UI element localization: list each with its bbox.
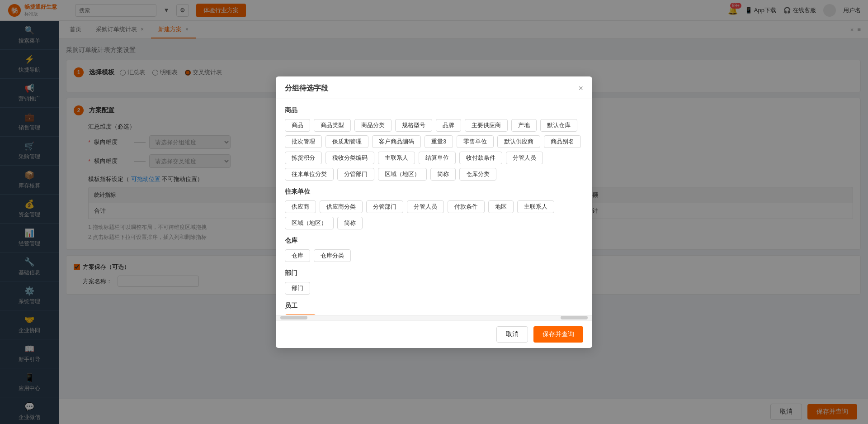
field-tag-goods-22[interactable]: 分管部门: [337, 168, 374, 181]
modal-header: 分组待选字段 ×: [276, 76, 592, 99]
field-tag-goods-21[interactable]: 往来单位分类: [285, 168, 334, 181]
field-tags-partner: 供应商 供应商分类 分管部门 分管人员 付款条件 地区 主联系人 区域（地区） …: [285, 200, 583, 229]
field-section-dept: 部门 部门: [285, 269, 583, 295]
modal-hscroll[interactable]: [276, 315, 592, 320]
field-tag-goods-5[interactable]: 主要供应商: [465, 119, 508, 132]
field-tag-partner-6[interactable]: 主联系人: [517, 200, 554, 213]
field-section-goods-title: 商品: [285, 106, 583, 114]
field-tag-goods-9[interactable]: 保质期管理: [326, 135, 368, 148]
field-tag-goods-24[interactable]: 简称: [430, 168, 456, 181]
field-tag-partner-7[interactable]: 区域（地区）: [285, 217, 334, 229]
field-section-partner: 往来单位 供应商 供应商分类 分管部门 分管人员 付款条件 地区 主联系人 区域…: [285, 188, 583, 229]
field-tag-partner-8[interactable]: 简称: [337, 217, 363, 229]
field-tags-dept: 部门: [285, 282, 583, 295]
hscroll-thumb: [280, 316, 307, 319]
field-tag-goods-14[interactable]: 商品别名: [544, 135, 581, 148]
field-tag-goods-17[interactable]: 主联系人: [378, 152, 415, 164]
field-tag-partner-5[interactable]: 地区: [488, 200, 514, 213]
field-tag-goods-1[interactable]: 商品类型: [314, 119, 351, 132]
field-tag-goods-3[interactable]: 规格型号: [395, 119, 432, 132]
field-section-goods: 商品 商品 商品类型 商品分类 规格型号 品牌 主要供应商 产地 默认仓库 批次…: [285, 106, 583, 181]
field-tag-warehouse-0[interactable]: 仓库: [285, 249, 310, 262]
field-tag-goods-23[interactable]: 区域（地区）: [378, 168, 427, 181]
field-section-staff-title: 员工: [285, 302, 583, 310]
modal-confirm-btn[interactable]: 保存并查询: [533, 326, 583, 343]
field-tag-goods-19[interactable]: 收付款条件: [459, 152, 502, 164]
modal-cancel-btn[interactable]: 取消: [496, 326, 528, 343]
field-tag-partner-0[interactable]: 供应商: [285, 200, 316, 213]
modal-title: 分组待选字段: [285, 84, 328, 93]
field-section-dept-title: 部门: [285, 269, 583, 277]
field-tag-goods-18[interactable]: 结算单位: [419, 152, 456, 164]
field-section-warehouse-title: 仓库: [285, 237, 583, 245]
modal-close-btn[interactable]: ×: [578, 84, 583, 92]
field-tag-goods-8[interactable]: 批次管理: [285, 135, 322, 148]
field-tags-goods: 商品 商品类型 商品分类 规格型号 品牌 主要供应商 产地 默认仓库 批次管理 …: [285, 119, 583, 181]
field-tag-dept-0[interactable]: 部门: [285, 282, 310, 295]
field-tag-goods-2[interactable]: 商品分类: [354, 119, 392, 132]
hscroll-thumb-right: [561, 316, 588, 319]
field-tag-goods-6[interactable]: 产地: [511, 119, 537, 132]
field-tag-goods-25[interactable]: 仓库分类: [459, 168, 496, 181]
field-tag-goods-0[interactable]: 商品: [285, 119, 310, 132]
field-tag-goods-11[interactable]: 重量3: [425, 135, 453, 148]
field-section-warehouse: 仓库 仓库 仓库分类: [285, 237, 583, 262]
modal-body[interactable]: 商品 商品 商品类型 商品分类 规格型号 品牌 主要供应商 产地 默认仓库 批次…: [276, 99, 592, 315]
field-section-staff: 员工 业务员: [285, 302, 583, 315]
field-tag-goods-13[interactable]: 默认供应商: [497, 135, 540, 148]
modal-footer: 取消 保存并查询: [276, 320, 592, 348]
field-section-partner-title: 往来单位: [285, 188, 583, 196]
field-tag-partner-2[interactable]: 分管部门: [366, 200, 403, 213]
field-tag-goods-10[interactable]: 客户商品编码: [372, 135, 421, 148]
field-tag-partner-4[interactable]: 付款条件: [448, 200, 485, 213]
field-tags-warehouse: 仓库 仓库分类: [285, 249, 583, 262]
field-tag-partner-1[interactable]: 供应商分类: [320, 200, 363, 213]
field-tag-goods-16[interactable]: 税收分类编码: [326, 152, 374, 164]
field-tag-goods-7[interactable]: 默认仓库: [540, 119, 577, 132]
field-tag-goods-15[interactable]: 拣货积分: [285, 152, 322, 164]
field-tag-partner-3[interactable]: 分管人员: [407, 200, 444, 213]
field-tag-warehouse-1[interactable]: 仓库分类: [314, 249, 351, 262]
modal-dialog: 分组待选字段 × 商品 商品 商品类型 商品分类 规格型号 品牌 主要供应商 产…: [276, 76, 592, 348]
field-tag-goods-12[interactable]: 零售单位: [457, 135, 494, 148]
field-tag-goods-20[interactable]: 分管人员: [506, 152, 543, 164]
modal-overlay: 分组待选字段 × 商品 商品 商品类型 商品分类 规格型号 品牌 主要供应商 产…: [0, 0, 868, 424]
field-tag-goods-4[interactable]: 品牌: [436, 119, 461, 132]
